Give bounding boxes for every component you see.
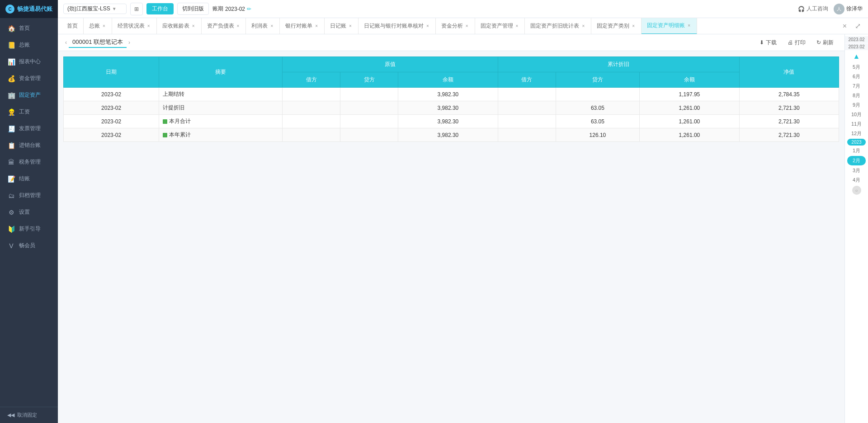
copy-button[interactable]: ⊞ bbox=[130, 3, 143, 15]
refresh-label: 刷新 bbox=[823, 39, 834, 47]
tab-close-icon[interactable]: × bbox=[236, 24, 241, 28]
cell-acc-debit bbox=[498, 101, 556, 115]
tab-close-icon[interactable]: × bbox=[102, 24, 106, 28]
old-version-button[interactable]: 切到旧版 bbox=[177, 3, 209, 15]
sidebar-item-invoice[interactable]: 🧾 发票管理 bbox=[0, 120, 58, 137]
sidebar-item-funds[interactable]: 💰 资金管理 bbox=[0, 70, 58, 87]
sidebar-item-settings[interactable]: ⚙ 设置 bbox=[0, 204, 58, 221]
sidebar-item-membership[interactable]: V 畅会员 bbox=[0, 237, 58, 254]
timeline-month-12[interactable]: 12月 bbox=[845, 129, 868, 138]
tab-biz-status[interactable]: 经营状况表 × bbox=[112, 18, 157, 34]
tab-close-icon[interactable]: × bbox=[191, 24, 196, 28]
cell-date: 2023-02 bbox=[64, 101, 159, 115]
refresh-button[interactable]: ↻ 刷新 bbox=[813, 38, 837, 48]
print-button[interactable]: 🖨 打印 bbox=[784, 38, 809, 48]
tab-profit[interactable]: 利润表 × bbox=[246, 18, 280, 34]
fullscreen-button[interactable]: ⤢ bbox=[851, 20, 864, 32]
timeline-month-10[interactable]: 10月 bbox=[845, 110, 868, 119]
table-row[interactable]: 2023-02 本年累计 3,982.30 126.10 1,261.00 2,… bbox=[64, 128, 839, 142]
timeline-month-3[interactable]: 3月 bbox=[845, 166, 868, 175]
tab-home[interactable]: 首页 bbox=[61, 18, 84, 34]
cell-acc-credit: 126.10 bbox=[556, 128, 640, 142]
company-selector[interactable]: (劲)江西服宝-LSS ▼ bbox=[63, 4, 127, 14]
sidebar-item-label: 资金管理 bbox=[19, 75, 41, 82]
sidebar-item-fixed-assets[interactable]: 🏢 固定资产 bbox=[0, 87, 58, 103]
col-original-value: 原值 bbox=[283, 57, 498, 72]
sidebar-pin-button[interactable]: ◀◀ 取消固定 bbox=[0, 407, 58, 423]
timeline-month-5[interactable]: 5月 bbox=[845, 62, 868, 72]
cell-net-value: 2,721.30 bbox=[739, 101, 839, 115]
tab-label: 利润表 bbox=[251, 22, 268, 30]
chevron-down-icon: ▼ bbox=[112, 6, 117, 11]
download-button[interactable]: ⬇ 下载 bbox=[756, 38, 780, 48]
tab-close-icon[interactable]: × bbox=[631, 24, 636, 28]
timeline-month-4[interactable]: 4月 bbox=[845, 175, 868, 185]
tab-close-icon[interactable]: × bbox=[348, 24, 353, 28]
sidebar-item-home[interactable]: 🏠 首页 bbox=[0, 20, 58, 37]
workspace-button[interactable]: 工作台 bbox=[146, 3, 174, 14]
sidebar-item-guide[interactable]: 🔰 新手引导 bbox=[0, 221, 58, 237]
tab-close-icon[interactable]: × bbox=[515, 24, 519, 28]
content-area: ‹ 000001 联想笔记本 › ⬇ 下载 🖨 打印 ↻ 刷新 bbox=[58, 34, 868, 423]
sidebar: C 畅捷通易代账 🏠 首页 📒 总账 📊 报表中心 💰 资金管理 🏢 固定资产 … bbox=[0, 0, 58, 423]
cell-date: 2023-02 bbox=[64, 115, 159, 128]
reports-icon: 📊 bbox=[7, 58, 15, 66]
pin-label: 取消固定 bbox=[17, 412, 37, 418]
sidebar-item-sales[interactable]: 📋 进销台账 bbox=[0, 137, 58, 154]
sidebar-item-closing[interactable]: 📝 结账 bbox=[0, 170, 58, 187]
timeline-up-button[interactable]: ▲ bbox=[851, 51, 862, 62]
timeline-month-8[interactable]: 8月 bbox=[845, 91, 868, 100]
sidebar-item-archive[interactable]: 🗂 归档管理 bbox=[0, 187, 58, 204]
sidebar-item-reports[interactable]: 📊 报表中心 bbox=[0, 53, 58, 70]
prev-arrow-icon[interactable]: ‹ bbox=[65, 39, 67, 46]
cell-acc-debit bbox=[498, 115, 556, 128]
tab-bank-statement[interactable]: 银行对账单 × bbox=[280, 18, 325, 34]
user-menu[interactable]: 人 徐泽华 bbox=[834, 4, 863, 14]
edit-period-icon[interactable]: ✏ bbox=[247, 6, 251, 12]
table-row[interactable]: 2023-02 计提折旧 3,982.30 63.05 1,261.00 2,7… bbox=[64, 101, 839, 115]
timeline-scroll-down[interactable]: ○ bbox=[852, 186, 861, 195]
tab-close-icon[interactable]: × bbox=[425, 24, 430, 28]
tabbar-actions: × ⤢ bbox=[839, 20, 864, 32]
timeline-month-11[interactable]: 11月 bbox=[845, 119, 868, 129]
tab-fa-detail[interactable]: 固定资产明细账 × bbox=[642, 18, 697, 34]
tab-ledger[interactable]: 总账 × bbox=[84, 18, 112, 34]
tab-balance-sheet[interactable]: 资产负债表 × bbox=[202, 18, 246, 34]
tab-label: 固定资产明细账 bbox=[647, 22, 685, 29]
tab-fa-management[interactable]: 固定资产管理 × bbox=[475, 18, 525, 34]
tab-close-icon[interactable]: × bbox=[314, 24, 319, 28]
breadcrumb-item[interactable]: 000001 联想笔记本 bbox=[69, 37, 127, 48]
tab-close-icon[interactable]: × bbox=[687, 23, 691, 28]
ledger-icon: 📒 bbox=[7, 42, 15, 49]
tab-close-icon[interactable]: × bbox=[581, 24, 585, 28]
tab-close-icon[interactable]: × bbox=[269, 24, 274, 28]
tab-close-icon[interactable]: × bbox=[146, 24, 151, 28]
tab-fund-analysis[interactable]: 资金分析 × bbox=[436, 18, 475, 34]
tabbar: 首页 总账 × 经营状况表 × 应收账龄表 × 资产负债表 × 利润表 × 银行… bbox=[58, 18, 868, 34]
timeline-month-9[interactable]: 9月 bbox=[845, 100, 868, 110]
sidebar-item-ledger[interactable]: 📒 总账 bbox=[0, 37, 58, 53]
timeline-month-2-active[interactable]: 2月 bbox=[847, 156, 866, 165]
next-arrow-icon[interactable]: › bbox=[128, 39, 130, 46]
timeline-month-1[interactable]: 1月 bbox=[845, 146, 868, 155]
timeline-year-2023-b[interactable]: 2023.02 bbox=[845, 43, 868, 50]
timeline-year-2023-top[interactable]: 2023.02 bbox=[845, 36, 868, 43]
timeline-year-current[interactable]: 2023 bbox=[847, 139, 866, 146]
table-row[interactable]: 2023-02 本月合计 3,982.30 63.05 1,261.00 2,7… bbox=[64, 115, 839, 128]
timeline-month-6[interactable]: 6月 bbox=[845, 72, 868, 81]
tab-fa-category[interactable]: 固定资产类别 × bbox=[591, 18, 642, 34]
close-all-button[interactable]: × bbox=[839, 20, 850, 32]
table-row[interactable]: 2023-02 上期结转 3,982.30 1,197.95 2,784.35 bbox=[64, 88, 839, 101]
archive-icon: 🗂 bbox=[7, 192, 15, 199]
tab-reconcile[interactable]: 日记账与银行对账单核对 × bbox=[359, 18, 436, 34]
tab-ar-aging[interactable]: 应收账龄表 × bbox=[157, 18, 202, 34]
tab-fa-depreciation[interactable]: 固定资产折旧统计表 × bbox=[525, 18, 591, 34]
sidebar-item-tax[interactable]: 🏛 税务管理 bbox=[0, 154, 58, 170]
cell-orig-balance: 3,982.30 bbox=[398, 101, 498, 115]
timeline-month-7[interactable]: 7月 bbox=[845, 81, 868, 91]
service-button[interactable]: 🎧 人工咨询 bbox=[798, 5, 828, 13]
tab-close-icon[interactable]: × bbox=[465, 24, 469, 28]
period-display: 账期 2023-02 ✏ bbox=[212, 5, 251, 13]
sidebar-item-payroll[interactable]: 👷 工资 bbox=[0, 103, 58, 120]
tab-journal[interactable]: 日记账 × bbox=[325, 18, 359, 34]
